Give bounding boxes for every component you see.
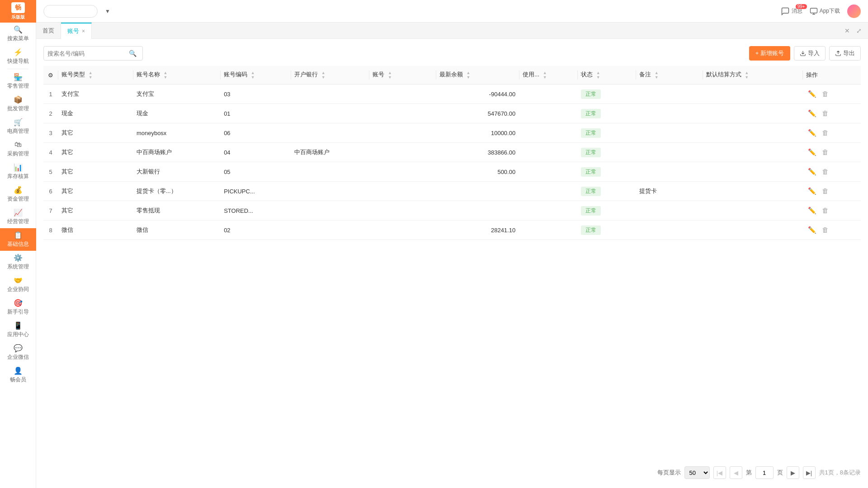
delete-btn[interactable]: 🗑 bbox=[820, 225, 830, 235]
message-icon bbox=[781, 7, 790, 16]
delete-btn[interactable]: 🗑 bbox=[820, 206, 830, 215]
sidebar-item-enterprise-agreement[interactable]: 🤝 企业协同 bbox=[0, 273, 36, 296]
tab-home[interactable]: 首页 bbox=[36, 23, 61, 39]
row-bank bbox=[291, 221, 369, 240]
delete-btn[interactable]: 🗑 bbox=[820, 186, 830, 196]
onboarding-icon: 🎯 bbox=[14, 299, 22, 307]
col-header-usage[interactable]: 使用... ▲▼ bbox=[519, 66, 577, 84]
topnav-search-input[interactable] bbox=[43, 5, 98, 18]
col-header-account[interactable]: 账号 ▲▼ bbox=[369, 66, 435, 84]
row-name: 现金 bbox=[133, 104, 220, 123]
col-header-balance[interactable]: 最新余额 ▲▼ bbox=[436, 66, 519, 84]
total-info: 共1页，8条记录 bbox=[819, 469, 861, 477]
edit-btn[interactable]: ✏️ bbox=[806, 89, 818, 99]
sidebar-item-enterprise-wechat[interactable]: 💬 企业微信 bbox=[0, 341, 36, 364]
row-balance bbox=[436, 182, 519, 201]
content-area: 🔍 + 新增账号 导入 导出 bbox=[36, 39, 868, 488]
purchase-icon: 🛍 bbox=[14, 141, 22, 149]
table-search-wrap[interactable]: 🔍 bbox=[43, 46, 143, 61]
sidebar-item-quick-nav[interactable]: ⚡ 快捷导航 bbox=[0, 45, 36, 68]
sidebar-item-label: 企业协同 bbox=[7, 286, 29, 293]
import-btn[interactable]: 导入 bbox=[794, 46, 826, 61]
row-usage bbox=[519, 104, 577, 123]
sidebar-item-purchase-mgmt[interactable]: 🛍 采购管理 bbox=[0, 138, 36, 160]
per-page-select[interactable]: 50 100 200 bbox=[684, 466, 710, 479]
edit-btn[interactable]: ✏️ bbox=[806, 186, 818, 196]
message-btn[interactable]: 99+ 消息 bbox=[781, 7, 802, 16]
logo-icon: 畅 bbox=[11, 2, 25, 13]
delete-btn[interactable]: 🗑 bbox=[820, 89, 830, 99]
row-default-settlement bbox=[703, 201, 802, 221]
row-balance: 547670.00 bbox=[436, 104, 519, 123]
table-row: 1 支付宝 支付宝 03 -90444.00 正常 ✏️ 🗑 bbox=[43, 84, 861, 104]
row-type: 其它 bbox=[58, 182, 133, 201]
sidebar-item-search-menu[interactable]: 🔍 搜索菜单 bbox=[0, 23, 36, 45]
tab-accounts[interactable]: 账号 × bbox=[61, 23, 92, 39]
pagination-bar: 每页显示 50 100 200 |◀ ◀ 第 页 ▶ ▶| 共1页，8条记录 bbox=[43, 461, 861, 481]
sidebar-item-system-mgmt[interactable]: ⚙️ 系统管理 bbox=[0, 251, 36, 273]
page-prev-btn[interactable]: ◀ bbox=[730, 466, 742, 479]
sort-icon-balance: ▲▼ bbox=[466, 70, 470, 80]
sidebar-item-app-center[interactable]: 📱 应用中心 bbox=[0, 319, 36, 341]
accounts-table: ⚙ 账号类型 ▲▼ 账号名称 ▲▼ bbox=[43, 66, 861, 240]
edit-btn[interactable]: ✏️ bbox=[806, 128, 818, 138]
delete-btn[interactable]: 🗑 bbox=[820, 147, 830, 157]
col-header-type[interactable]: 账号类型 ▲▼ bbox=[58, 66, 133, 84]
edit-btn[interactable]: ✏️ bbox=[806, 147, 818, 157]
delete-btn[interactable]: 🗑 bbox=[820, 167, 830, 176]
tab-expand-btn[interactable]: ⤢ bbox=[854, 25, 864, 36]
sort-icon-type: ▲▼ bbox=[89, 70, 93, 80]
edit-btn[interactable]: ✏️ bbox=[806, 167, 818, 177]
col-header-default[interactable]: 默认结算方式 ▲▼ bbox=[703, 66, 802, 84]
topnav: ▼ 99+ 消息 App下载 bbox=[36, 0, 868, 23]
app-download-btn[interactable]: App下载 bbox=[810, 7, 840, 15]
page-number-input[interactable] bbox=[755, 466, 774, 479]
page-last-btn[interactable]: ▶| bbox=[803, 466, 816, 479]
sidebar-item-member[interactable]: 👤 畅会员 bbox=[0, 364, 36, 386]
basic-info-icon: 📋 bbox=[14, 231, 22, 239]
sidebar-item-label: 资金管理 bbox=[7, 195, 29, 203]
edit-btn[interactable]: ✏️ bbox=[806, 206, 818, 216]
sidebar-item-wholesale-mgmt[interactable]: 📦 批发管理 bbox=[0, 93, 36, 115]
col-header-settings[interactable]: ⚙ bbox=[43, 66, 58, 84]
sidebar-item-capital-mgmt[interactable]: 💰 资金管理 bbox=[0, 183, 36, 206]
edit-btn[interactable]: ✏️ bbox=[806, 225, 818, 235]
export-btn-label: 导出 bbox=[843, 49, 855, 57]
tab-close-all-btn[interactable]: ✕ bbox=[842, 25, 853, 36]
nav-dropdown[interactable]: ▼ bbox=[101, 8, 114, 14]
col-header-note[interactable]: 备注 ▲▼ bbox=[636, 66, 702, 84]
sidebar-item-label: 企业微信 bbox=[7, 353, 29, 361]
sidebar-item-operations-mgmt[interactable]: 📈 经营管理 bbox=[0, 206, 36, 228]
topnav-search[interactable] bbox=[43, 5, 98, 18]
sidebar-item-retail-mgmt[interactable]: 🏪 零售管理 bbox=[0, 70, 36, 93]
export-btn[interactable]: 导出 bbox=[829, 46, 861, 61]
delete-btn[interactable]: 🗑 bbox=[820, 108, 830, 118]
row-usage bbox=[519, 201, 577, 221]
sidebar-item-label: 采购管理 bbox=[7, 150, 29, 158]
sidebar-item-inventory-mgmt[interactable]: 📊 库存核算 bbox=[0, 160, 36, 183]
row-type: 支付宝 bbox=[58, 84, 133, 104]
row-note bbox=[636, 201, 702, 221]
retail-icon: 🏪 bbox=[14, 73, 22, 81]
col-header-code[interactable]: 账号编码 ▲▼ bbox=[220, 66, 291, 84]
edit-btn[interactable]: ✏️ bbox=[806, 108, 818, 118]
row-seq: 7 bbox=[43, 201, 58, 221]
table-search-input[interactable] bbox=[47, 50, 129, 57]
user-avatar[interactable] bbox=[847, 5, 861, 18]
page-first-btn[interactable]: |◀ bbox=[713, 466, 726, 479]
new-account-btn[interactable]: + 新增账号 bbox=[749, 46, 790, 61]
col-header-status[interactable]: 状态 ▲▼ bbox=[577, 66, 636, 84]
page-next-btn[interactable]: ▶ bbox=[787, 466, 799, 479]
ecommerce-icon: 🛒 bbox=[14, 118, 22, 126]
wholesale-icon: 📦 bbox=[14, 95, 22, 103]
col-header-bank[interactable]: 开户银行 ▲▼ bbox=[291, 66, 369, 84]
col-header-name[interactable]: 账号名称 ▲▼ bbox=[133, 66, 220, 84]
tab-accounts-close[interactable]: × bbox=[82, 28, 85, 34]
sidebar-item-label: 批发管理 bbox=[7, 105, 29, 113]
row-default-settlement bbox=[703, 143, 802, 162]
row-balance: 500.00 bbox=[436, 162, 519, 182]
sidebar-item-basic-info[interactable]: 📋 基础信息 bbox=[0, 228, 36, 251]
sidebar-item-ecommerce-mgmt[interactable]: 🛒 电商管理 bbox=[0, 115, 36, 138]
sidebar-item-onboarding[interactable]: 🎯 新手引导 bbox=[0, 296, 36, 319]
delete-btn[interactable]: 🗑 bbox=[820, 128, 830, 137]
